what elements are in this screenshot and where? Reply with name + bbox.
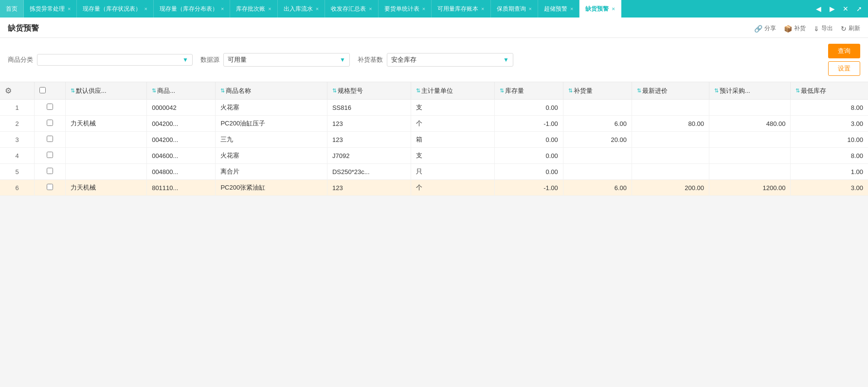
nav-tab-baozhiqi[interactable]: 保质期查询× — [491, 0, 538, 18]
th-label-replenish: 补货量 — [574, 87, 593, 95]
datasource-arrow-icon: ▼ — [340, 56, 345, 63]
table-row[interactable]: 6力天机械801110...PC200张紧油缸123个-1.006.00200.… — [0, 180, 868, 196]
replenish-cell: 20.00 — [563, 132, 632, 148]
nav-tab-close-icon[interactable]: × — [529, 6, 532, 12]
price-cell — [632, 164, 709, 180]
spec-cell: J7092 — [327, 148, 411, 164]
table-row[interactable]: 5004800...离合片DS250*23c...只0.001.00 — [0, 164, 868, 180]
th-spec[interactable]: ⇅规格型号 — [327, 82, 411, 100]
seq-cell: 6 — [0, 180, 35, 196]
sort-icon-code: ⇅ — [152, 88, 156, 94]
nav-tab-shoufasun[interactable]: 收发存汇总表× — [325, 0, 378, 18]
nav-tab-xianzun1[interactable]: 现存量（库存状况表）× — [77, 0, 153, 18]
nav-tab-label: 要货单统计表 — [384, 5, 419, 13]
nav-prev-btn[interactable]: ◀ — [812, 2, 825, 16]
th-label-unit: 主计量单位 — [421, 87, 453, 95]
nav-tab-close-icon[interactable]: × — [68, 6, 71, 12]
refresh-btn[interactable]: ↻ 刷新 — [841, 24, 860, 33]
nav-next-btn[interactable]: ▶ — [825, 2, 839, 16]
nav-close-btn[interactable]: ✕ — [839, 2, 852, 16]
th-supplier[interactable]: ⇅默认供应... — [65, 82, 146, 100]
nav-tab-close-icon[interactable]: × — [268, 6, 271, 12]
settings-button[interactable]: 设置 — [828, 61, 860, 76]
nav-tab-close-icon[interactable]: × — [221, 6, 224, 12]
table-body: 10000042火花塞SS816支0.008.002力天机械004200...P… — [0, 100, 868, 196]
th-price[interactable]: ⇅最新进价 — [632, 82, 709, 100]
nav-tab-keyong[interactable]: 可用量库存账本× — [432, 0, 490, 18]
nav-tab-churu[interactable]: 出入库流水× — [278, 0, 325, 18]
name-cell: PC200油缸压子 — [216, 116, 327, 132]
th-name[interactable]: ⇅商品名称 — [216, 82, 327, 100]
nav-fullscreen-btn[interactable]: ➚ — [852, 2, 866, 16]
seq-cell: 4 — [0, 148, 35, 164]
supplier-cell — [65, 164, 146, 180]
replenish-base-select[interactable]: 安全库存 ▼ — [387, 53, 513, 67]
th-unit[interactable]: ⇅主计量单位 — [411, 82, 494, 100]
seq-cell: 5 — [0, 164, 35, 180]
th-label-stock: 库存量 — [505, 87, 524, 95]
price-cell: 200.00 — [632, 180, 709, 196]
estpurchase-cell — [709, 132, 791, 148]
nav-tab-close-icon[interactable]: × — [316, 6, 319, 12]
estpurchase-cell — [709, 100, 791, 116]
nav-tab-yaohuo[interactable]: 要货单统计表× — [379, 0, 432, 18]
row-checkbox[interactable] — [47, 184, 53, 190]
row-checkbox[interactable] — [47, 120, 53, 126]
nav-tab-close-icon[interactable]: × — [570, 6, 573, 12]
nav-tab-close-icon[interactable]: × — [144, 6, 147, 12]
category-label: 商品分类 — [8, 55, 33, 64]
nav-tab-close-icon[interactable]: × — [422, 6, 425, 12]
row-checkbox[interactable] — [47, 168, 53, 174]
table-row[interactable]: 3004200...三九123箱0.0020.0010.00 — [0, 132, 868, 148]
row-checkbox[interactable] — [47, 136, 53, 142]
replenish-btn[interactable]: 📦 补货 — [784, 24, 806, 33]
category-select[interactable]: ▼ — [37, 54, 193, 66]
row-checkbox[interactable] — [47, 152, 53, 158]
row-checkbox[interactable] — [47, 104, 53, 110]
select-all-checkbox[interactable] — [39, 87, 46, 93]
nav-tab-kucun[interactable]: 库存批次账× — [230, 0, 277, 18]
nav-tab-close-icon[interactable]: × — [481, 6, 484, 12]
share-icon: 🔗 — [754, 25, 762, 33]
supplier-cell — [65, 132, 146, 148]
th-estpurchase[interactable]: ⇅预计采购... — [709, 82, 791, 100]
gear-icon[interactable]: ⚙ — [5, 87, 12, 95]
price-cell — [632, 100, 709, 116]
nav-controls: ◀ ▶ ✕ ➚ — [812, 2, 868, 16]
nav-tab-chaochuyu[interactable]: 超储预警× — [538, 0, 579, 18]
datasource-select[interactable]: 可用量 ▼ — [223, 53, 350, 67]
table-row[interactable]: 4004600...火花塞J7092支0.008.00 — [0, 148, 868, 164]
refresh-icon: ↻ — [841, 25, 847, 33]
sort-icon-supplier: ⇅ — [71, 88, 75, 94]
nav-tab-home[interactable]: 首页 — [0, 0, 24, 18]
nav-tab-close-icon[interactable]: × — [369, 6, 372, 12]
stock-cell: 0.00 — [494, 132, 563, 148]
query-button[interactable]: 查询 — [828, 44, 860, 58]
th-label-spec: 规格型号 — [338, 87, 363, 95]
th-replenish[interactable]: ⇅补货量 — [563, 82, 632, 100]
th-minstck[interactable]: ⇅最低库存 — [791, 82, 868, 100]
export-btn[interactable]: ⇓ 导出 — [814, 24, 833, 33]
nav-tab-xianzun2[interactable]: 现存量（库存分布表）× — [154, 0, 230, 18]
sort-icon-estpurchase: ⇅ — [714, 88, 719, 94]
check-cell — [35, 180, 66, 196]
replenish-cell: 6.00 — [563, 180, 632, 196]
nav-tab-quehuo[interactable]: 缺货预警× — [579, 0, 621, 18]
th-code[interactable]: ⇅商品... — [147, 82, 216, 100]
estpurchase-cell — [709, 148, 791, 164]
nav-tab-close-icon[interactable]: × — [612, 6, 615, 12]
th-stock[interactable]: ⇅库存量 — [494, 82, 563, 100]
th-label-code: 商品... — [157, 87, 175, 95]
share-btn[interactable]: 🔗 分享 — [754, 24, 776, 33]
check-cell — [35, 148, 66, 164]
nav-tab-liancun[interactable]: 拣货异常处理× — [24, 0, 77, 18]
table-row[interactable]: 2力天机械004200...PC200油缸压子123个-1.006.0080.0… — [0, 116, 868, 132]
estpurchase-cell: 1200.00 — [709, 180, 791, 196]
nav-tab-label: 保质期查询 — [497, 5, 526, 13]
table-row[interactable]: 10000042火花塞SS816支0.008.00 — [0, 100, 868, 116]
estpurchase-cell — [709, 164, 791, 180]
replenish-cell — [563, 148, 632, 164]
name-cell: 火花塞 — [216, 148, 327, 164]
supplier-cell — [65, 148, 146, 164]
page-title: 缺货预警 — [8, 23, 39, 34]
